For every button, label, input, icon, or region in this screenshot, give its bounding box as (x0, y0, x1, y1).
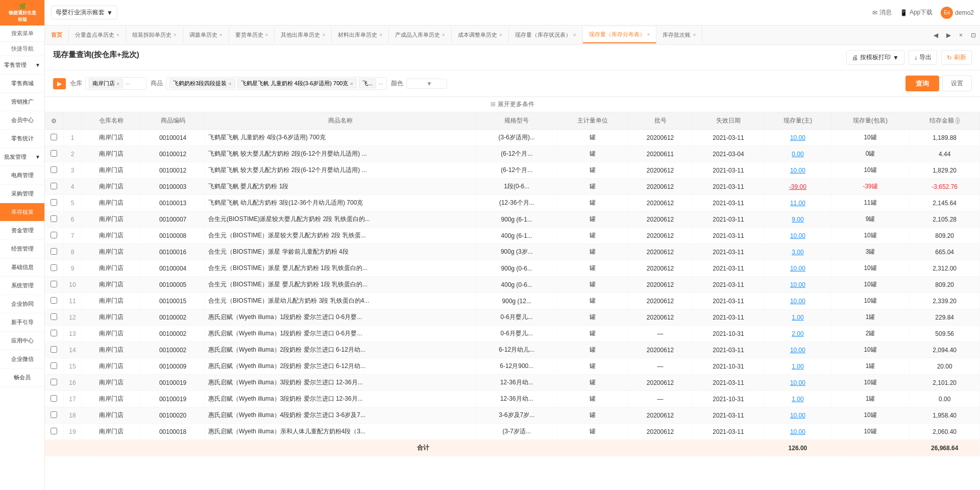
cell-checkbox[interactable] (45, 195, 63, 211)
tab-inventory-status[interactable]: 现存量（库存状况表） × (509, 27, 583, 43)
tab-disassemble-close[interactable]: × (174, 32, 177, 38)
sidebar-item-stat[interactable]: 零售统计 (0, 130, 44, 148)
cell-checkbox[interactable] (45, 293, 63, 309)
query-button[interactable]: 查询 (905, 76, 939, 91)
account-dropdown[interactable]: 母婴行业演示账套 ▼ (51, 6, 117, 19)
product-tag-2-close[interactable]: × (350, 81, 353, 87)
tab-inventory-dist[interactable]: 现存量（库存分布表） × (583, 27, 657, 43)
col-unit[interactable]: 主计量单位 (557, 112, 628, 130)
cell-qty-main[interactable]: 1.00 (765, 309, 831, 326)
cell-checkbox[interactable] (45, 309, 63, 326)
sidebar-item-finance[interactable]: 资金管理 (0, 222, 44, 240)
tab-inventory-status-close[interactable]: × (573, 32, 576, 38)
tab-cost-adjust[interactable]: 成本调整单历史 × (452, 27, 509, 43)
tab-adjust-close[interactable]: × (219, 32, 223, 38)
tab-disassemble[interactable]: 组装拆卸单历史 × (126, 27, 183, 43)
cell-qty-main[interactable]: 10.00 (765, 130, 831, 146)
tab-material-out[interactable]: 材料出库单历史 × (332, 27, 389, 43)
cell-qty-main[interactable]: 10.00 (765, 277, 831, 293)
tab-batch[interactable]: 库存批次账 × (656, 27, 702, 43)
cell-qty-main[interactable]: 10.00 (765, 407, 831, 424)
tab-other-out-close[interactable]: × (322, 32, 325, 38)
expand-bar[interactable]: ⊞ 展开更多条件 (45, 97, 980, 112)
tab-product-in-close[interactable]: × (442, 32, 445, 38)
cell-qty-main[interactable]: 9.00 (765, 211, 831, 228)
sidebar-item-inventory[interactable]: 库存核算 (0, 203, 44, 222)
cell-checkbox[interactable] (45, 162, 63, 179)
tab-scroll-left[interactable]: ◀ (929, 29, 942, 42)
sidebar-item-appcenter[interactable]: 应用中心 (0, 332, 44, 350)
cell-qty-main[interactable]: 10.00 (765, 162, 831, 179)
cell-qty-main[interactable]: 3.00 (765, 244, 831, 260)
cell-checkbox[interactable] (45, 358, 63, 375)
cell-checkbox[interactable] (45, 228, 63, 244)
cell-checkbox[interactable] (45, 326, 63, 342)
cell-checkbox[interactable] (45, 391, 63, 407)
cell-qty-main[interactable]: 10.00 (765, 260, 831, 277)
cell-qty-main[interactable]: 10.00 (765, 342, 831, 358)
tab-other-out[interactable]: 其他出库单历史 × (275, 27, 332, 43)
refresh-button[interactable]: ↻ 刷新 (941, 50, 972, 65)
sidebar-item-marketing[interactable]: 营销推广 (0, 93, 44, 111)
col-batch[interactable]: 批号 (628, 112, 693, 130)
cell-qty-main[interactable]: 1.00 (765, 391, 831, 407)
cell-checkbox[interactable] (45, 277, 63, 293)
warehouse-tag-close[interactable]: × (116, 81, 119, 87)
col-qty-main[interactable]: 现存量(主) (765, 112, 831, 130)
cell-checkbox[interactable] (45, 146, 63, 162)
cell-qty-main[interactable]: -39.00 (765, 179, 831, 195)
search-toggle-btn[interactable]: ▶ (53, 78, 66, 89)
tab-product-in[interactable]: 产成品入库单历史 × (389, 27, 452, 43)
app-download-btn[interactable]: 📱 App下载 (900, 8, 933, 17)
sidebar-item-wechat[interactable]: 企业微信 (0, 350, 44, 369)
sidebar-item-wholesale[interactable]: 批发管理 ▼ (0, 148, 44, 166)
user-avatar-btn[interactable]: Ea demo2 (941, 7, 974, 19)
col-warehouse[interactable]: 仓库名称 (82, 112, 141, 130)
message-btn[interactable]: ✉ 消息 (872, 8, 892, 17)
cell-checkbox[interactable] (45, 342, 63, 358)
sidebar-item-newguide[interactable]: 新手引导 (0, 313, 44, 332)
cell-qty-main[interactable]: 1.00 (765, 358, 831, 375)
sidebar-item-vip[interactable]: 畅会员 (0, 369, 44, 387)
col-spec[interactable]: 规格型号 (476, 112, 557, 130)
sidebar-item-basic[interactable]: 基础信息 (0, 258, 44, 277)
cell-checkbox[interactable] (45, 211, 63, 228)
tab-adjust[interactable]: 调拨单历史 × (183, 27, 229, 43)
tab-split[interactable]: 分量盘点单历史 × (69, 27, 126, 43)
tab-material-out-close[interactable]: × (379, 32, 382, 38)
sidebar-item-member[interactable]: 会员中心 (0, 111, 44, 130)
tab-menu[interactable]: ⊡ (967, 29, 980, 42)
tab-inventory-dist-close[interactable]: × (647, 32, 650, 37)
tab-scroll-right[interactable]: ▶ (942, 29, 955, 42)
col-name[interactable]: 商品名称 (205, 112, 476, 130)
cell-checkbox[interactable] (45, 424, 63, 440)
cell-checkbox[interactable] (45, 244, 63, 260)
export-button[interactable]: ↓ 导出 (909, 50, 937, 65)
col-settings[interactable]: ⚙ (45, 112, 63, 130)
sidebar-item-purchase[interactable]: 采购管理 (0, 185, 44, 203)
sidebar-item-system[interactable]: 系统管理 (0, 277, 44, 295)
product-input[interactable]: 飞鹤奶粉3段四段提装 × 飞鹤星飞帆 儿童奶粉 4段(3-6岁适用) 700克 … (166, 77, 387, 90)
cell-checkbox[interactable] (45, 179, 63, 195)
sidebar-quick-nav[interactable]: 快捷导航 (0, 42, 44, 56)
print-button[interactable]: 🖨 按模板打印 ▼ (846, 50, 904, 65)
col-code[interactable]: 商品编码 (141, 112, 205, 130)
sidebar-item-retail[interactable]: 零售管理 ▼ (0, 56, 44, 75)
settings-button[interactable]: 设置 (942, 76, 972, 91)
tab-cost-adjust-close[interactable]: × (499, 32, 502, 38)
product-tag-1-close[interactable]: × (228, 81, 231, 87)
cell-qty-main[interactable]: 10.00 (765, 228, 831, 244)
sidebar-item-ecommerce[interactable]: 电商管理 (0, 166, 44, 185)
cell-qty-main[interactable]: 2.00 (765, 326, 831, 342)
cell-qty-main[interactable]: 11.00 (765, 195, 831, 211)
color-select[interactable]: ▼ (406, 79, 447, 89)
warehouse-input[interactable]: 南岸门店 × ··· (85, 77, 146, 90)
cell-checkbox[interactable] (45, 407, 63, 424)
tab-home[interactable]: 首页 (45, 27, 69, 43)
cell-checkbox[interactable] (45, 260, 63, 277)
col-balance[interactable]: 结存金额 i (910, 112, 980, 130)
col-expire[interactable]: 失效日期 (692, 112, 764, 130)
cell-qty-main[interactable]: 10.00 (765, 424, 831, 440)
sidebar-item-shop[interactable]: 零售商城 (0, 75, 44, 93)
col-qty-pack[interactable]: 现存量(包装) (831, 112, 910, 130)
